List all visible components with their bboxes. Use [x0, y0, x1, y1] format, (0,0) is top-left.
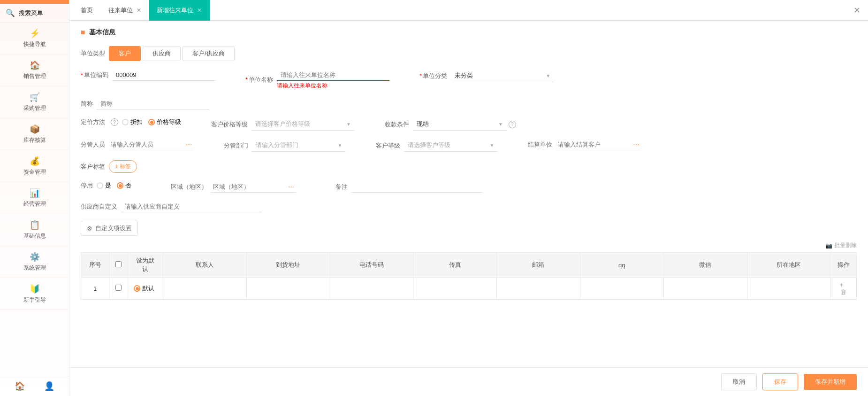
row-region-input[interactable]	[753, 285, 825, 292]
settlement-unit-input[interactable]	[556, 139, 631, 150]
region-ellipsis-icon[interactable]: ···	[286, 183, 296, 191]
row-delivery-addr[interactable]	[246, 278, 330, 300]
row-default-radio[interactable]: 默认	[134, 284, 157, 293]
row-qq[interactable]	[580, 278, 663, 300]
tab-home[interactable]: 首页	[73, 0, 101, 21]
row-add-icon[interactable]: +	[840, 281, 844, 288]
row-phone[interactable]	[330, 278, 413, 300]
tab-new-counterparty-close[interactable]: ✕	[197, 7, 202, 14]
customer-price-level-placeholder: 请选择客户价格等级	[255, 120, 310, 128]
unit-type-field: 单位类型 客户 供应商 客户/供应商	[81, 46, 235, 61]
type-btn-customer[interactable]: 客户	[109, 46, 141, 61]
custom-settings-label: 自定义项设置	[95, 224, 132, 233]
tab-new-counterparty[interactable]: 新增往来单位 ✕	[149, 0, 210, 21]
payment-terms-arrow-icon: ▼	[498, 122, 503, 127]
row-qq-input[interactable]	[586, 285, 658, 292]
payment-terms-select[interactable]: 现结 ▼	[413, 118, 507, 131]
row-email-input[interactable]	[503, 285, 574, 292]
unit-code-field: * 单位编码	[81, 70, 215, 81]
sidebar-home-icon[interactable]: 🏠	[15, 381, 25, 391]
sidebar-item-label: 快捷导航	[23, 40, 46, 48]
sidebar-item-base-info[interactable]: 📋 基础信息	[0, 214, 69, 246]
add-tag-button[interactable]: + 标签	[109, 160, 137, 173]
row-email[interactable]	[497, 278, 580, 300]
th-checkbox[interactable]	[109, 253, 128, 278]
supplier-custom-input[interactable]	[121, 201, 262, 212]
custom-settings-button[interactable]: ⚙ 自定义项设置	[81, 221, 138, 236]
pricing-radio-discount[interactable]: 折扣	[122, 118, 143, 126]
select-all-checkbox[interactable]	[115, 261, 122, 267]
cancel-button[interactable]: 取消	[721, 373, 757, 390]
tab-bar-close-icon[interactable]: ✕	[850, 5, 864, 16]
unit-info-row: * 单位编码 * 单位名称 请输入往来单位名称 * 单位分类 未分类 ▼	[81, 70, 857, 90]
customer-tag-label: 客户标签	[81, 163, 105, 171]
unit-type-buttons: 客户 供应商 客户/供应商	[109, 46, 235, 61]
region-input[interactable]	[211, 181, 286, 192]
department-select[interactable]: 请输入分管部门 ▼	[252, 139, 346, 152]
row-fax-input[interactable]	[419, 285, 491, 292]
disabled-radio-no[interactable]: 否	[117, 181, 131, 190]
sidebar-item-operations[interactable]: 📊 经营管理	[0, 182, 69, 214]
sidebar-item-sales[interactable]: 🏠 销售管理	[0, 54, 69, 86]
operations-icon: 📊	[30, 188, 40, 198]
row-wechat-input[interactable]	[670, 285, 741, 292]
unit-code-input[interactable]	[112, 70, 215, 81]
tab-counterparties-close[interactable]: ✕	[137, 7, 141, 14]
sidebar-item-finance[interactable]: 💰 资金管理	[0, 150, 69, 182]
settlement-unit-ellipsis-icon[interactable]: ···	[631, 140, 641, 149]
pricing-method-help-icon[interactable]: ?	[111, 118, 118, 126]
sidebar-user-icon[interactable]: 👤	[44, 381, 54, 391]
customer-price-level-select[interactable]: 请选择客户价格等级 ▼	[251, 118, 355, 131]
th-wechat: 微信	[663, 253, 747, 278]
sidebar: 🔍 搜索菜单 ⚡ 快捷导航 🏠 销售管理 🛒 采购管理 📦 库存核算 💰 资金管…	[0, 0, 69, 396]
sidebar-item-label: 新手引导	[23, 296, 46, 304]
row-default[interactable]: 默认	[128, 278, 163, 300]
disabled-radio-yes[interactable]: 是	[97, 181, 111, 190]
row-contact-input[interactable]	[169, 285, 241, 292]
unit-name-field: * 单位名称 请输入往来单位名称	[245, 70, 389, 90]
pricing-radio-price-level[interactable]: 价格等级	[148, 118, 181, 126]
row-checkbox[interactable]	[109, 278, 128, 300]
row-contact[interactable]	[163, 278, 246, 300]
sidebar-item-inventory[interactable]: 📦 库存核算	[0, 118, 69, 150]
save-new-button[interactable]: 保存并新增	[804, 374, 857, 390]
tab-home-label: 首页	[81, 6, 93, 15]
row-fax[interactable]	[413, 278, 497, 300]
abbr-input[interactable]	[97, 98, 209, 109]
unit-category-select[interactable]: 未分类 ▼	[451, 70, 554, 82]
type-btn-both[interactable]: 客户/供应商	[183, 46, 235, 61]
payment-terms-help-icon[interactable]: ?	[509, 121, 516, 128]
batch-delete-label[interactable]: 批量删除	[834, 241, 857, 249]
section-basic-info: ■ 基本信息	[81, 28, 857, 37]
manager-field: 分管人员 ···	[81, 139, 194, 150]
unit-name-input[interactable]	[277, 70, 389, 81]
row-phone-input[interactable]	[336, 285, 408, 292]
manager-ellipsis-icon[interactable]: ···	[184, 140, 194, 149]
sidebar-item-purchase[interactable]: 🛒 采购管理	[0, 86, 69, 118]
sidebar-item-system[interactable]: ⚙️ 系统管理	[0, 246, 69, 278]
customer-level-select[interactable]: 请选择客户等级 ▼	[404, 139, 498, 152]
row-region[interactable]	[747, 278, 830, 300]
region-wrap: ···	[211, 181, 296, 193]
save-button[interactable]: 保存	[762, 373, 798, 390]
sidebar-item-quick-nav[interactable]: ⚡ 快捷导航	[0, 23, 69, 54]
customer-price-level-arrow-icon: ▼	[346, 122, 351, 127]
row-delete-icon[interactable]: 🗑	[840, 288, 846, 295]
sidebar-item-label: 库存核算	[23, 136, 46, 144]
remark-input[interactable]	[351, 181, 483, 193]
unit-name-required: *	[245, 76, 248, 83]
row-checkbox-input[interactable]	[115, 285, 122, 291]
row-wechat[interactable]	[663, 278, 747, 300]
type-btn-supplier[interactable]: 供应商	[143, 46, 181, 61]
row-seq: 1	[81, 278, 109, 300]
row-operation[interactable]: + 🗑	[830, 278, 857, 300]
manager-input-wrap: ···	[109, 139, 194, 150]
th-email: 邮箱	[497, 253, 580, 278]
sidebar-item-new-guide[interactable]: 🔰 新手引导	[0, 278, 69, 310]
sidebar-item-label: 系统管理	[23, 264, 46, 272]
region-field: 区域（地区） ···	[171, 181, 296, 193]
row-delivery-addr-input[interactable]	[252, 285, 324, 292]
sidebar-search[interactable]: 🔍 搜索菜单	[0, 4, 69, 23]
tab-counterparties[interactable]: 往来单位 ✕	[101, 0, 149, 21]
manager-input[interactable]	[109, 139, 184, 150]
